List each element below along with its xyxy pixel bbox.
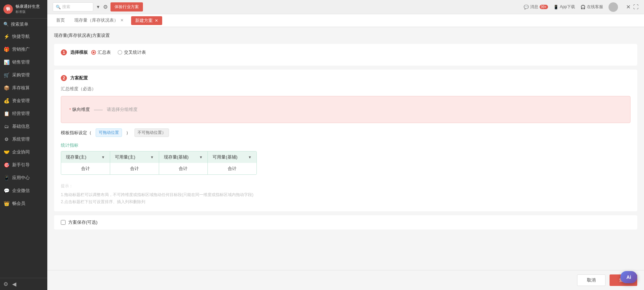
- summary-label: 汇总维度（必选）: [61, 86, 630, 92]
- stats-table: 现存量(主) ▼ 可用量(主) ▼ 现存量(基辅) ▼ 可用量(基辅) ▼: [61, 151, 257, 175]
- stats-col3-header[interactable]: 现存量(基辅) ▼: [159, 151, 208, 163]
- save-checkbox[interactable]: [61, 220, 66, 225]
- search-icon: 🔍: [56, 5, 61, 9]
- app-name: 畅康通好生意: [16, 4, 40, 9]
- sidebar-logo: 畅 畅康通好生意 标准版: [0, 0, 47, 19]
- page-title: 现存量(库存状况表)方案设置: [54, 32, 637, 39]
- section2-title: 方案配置: [70, 75, 88, 81]
- industry-btn[interactable]: 体验行业方案: [110, 2, 143, 11]
- stats-col4-header[interactable]: 可用量(基辅) ▼: [208, 151, 256, 163]
- indicator-settings-row: 模板指标设定（ 可拖动位置 ） 不可拖动位置）: [61, 128, 630, 137]
- cancel-button[interactable]: 取消: [577, 274, 605, 286]
- quick-nav-icon: ⚡: [3, 33, 9, 40]
- app-center-icon: 📱: [3, 175, 9, 181]
- section-choose-template: 1 选择模板 汇总表 交叉统计表: [54, 44, 637, 66]
- tab-inventory-close-icon[interactable]: ✕: [120, 18, 124, 23]
- save-row: 方案保存(可选): [54, 215, 637, 229]
- stats-col2-body: 合计: [110, 163, 159, 174]
- marketing-icon: 🎁: [3, 46, 9, 52]
- new-guide-icon: 🎯: [3, 162, 9, 168]
- dimension-label: 纵向维度: [72, 106, 90, 113]
- sidebar: 畅 畅康通好生意 标准版 🔍 搜索菜单 ⚡ 快捷导航 🎁 营销推广 📊 销售管理…: [0, 0, 47, 290]
- expand-icon[interactable]: ⛶: [633, 4, 639, 10]
- tab-new-close-icon[interactable]: ✕: [155, 18, 158, 23]
- stats-col1-header[interactable]: 现存量(主) ▼: [61, 151, 110, 163]
- indicator-settings-label: 模板指标设定（: [61, 130, 92, 136]
- radio-summary-circle: [91, 50, 96, 55]
- sidebar-item-app-center[interactable]: 📱 应用中心: [0, 171, 47, 184]
- radio-cross-circle: [118, 50, 122, 55]
- search-icon: 🔍: [3, 22, 9, 27]
- footer: 取消 查询: [47, 270, 644, 290]
- cooperation-icon: 🤝: [3, 149, 9, 155]
- window-controls: ✕ ⛶: [626, 4, 639, 10]
- tab-home[interactable]: 首页: [51, 14, 70, 27]
- radio-summary[interactable]: 汇总表: [91, 49, 111, 55]
- speaker-icon[interactable]: ◀: [12, 281, 16, 287]
- sidebar-item-purchase[interactable]: 🛒 采购管理: [0, 69, 47, 81]
- inventory-icon: 📦: [3, 85, 9, 91]
- topbar-gear-icon[interactable]: ⚙: [103, 4, 108, 10]
- sidebar-item-new-guide[interactable]: 🎯 新手引导: [0, 159, 47, 171]
- message-icon: 💬: [524, 5, 529, 9]
- sidebar-bottom: ⚙ ◀: [0, 278, 47, 290]
- sidebar-item-sales[interactable]: 📊 销售管理: [0, 56, 47, 69]
- tips-title: 提示：: [61, 183, 630, 190]
- settings-icon[interactable]: ⚙: [3, 281, 8, 287]
- sales-icon: 📊: [3, 59, 9, 65]
- sidebar-item-marketing[interactable]: 🎁 营销推广: [0, 43, 47, 56]
- section1-number: 1: [61, 49, 67, 55]
- section1-title: 选择模板: [70, 49, 88, 55]
- section2-number: 2: [61, 75, 67, 81]
- sidebar-item-system[interactable]: ⚙ 系统管理: [0, 133, 47, 146]
- stats-col2-header[interactable]: 可用量(主) ▼: [110, 151, 159, 163]
- service-button[interactable]: 🎧 在线客服: [580, 4, 603, 10]
- template-radio-group: 汇总表 交叉统计表: [91, 49, 146, 55]
- radio-cross[interactable]: 交叉统计表: [118, 49, 146, 55]
- logo-icon: 畅: [3, 4, 13, 14]
- app-download-button[interactable]: 📱 App下载: [553, 4, 575, 10]
- message-button[interactable]: 💬 消息 99+: [524, 4, 548, 10]
- dimension-required-mark: *: [69, 107, 71, 112]
- stats-table-header: 现存量(主) ▼ 可用量(主) ▼ 现存量(基辅) ▼ 可用量(基辅) ▼: [61, 151, 256, 163]
- dimension-dash: ——: [94, 107, 103, 112]
- stats-label: 统计指标: [61, 142, 630, 148]
- section-scheme-config: 2 方案配置 汇总维度（必选） * 纵向维度 —— 请选择分组维度 模板指标设定…: [54, 70, 637, 211]
- topbar-search-box[interactable]: 🔍 搜索: [53, 2, 93, 11]
- close-icon[interactable]: ✕: [626, 4, 630, 10]
- sidebar-item-cooperation[interactable]: 🤝 企业协同: [0, 146, 47, 159]
- stats-col3-body: 合计: [159, 163, 208, 174]
- topbar-dropdown-icon[interactable]: ▼: [96, 4, 100, 9]
- sidebar-item-inventory[interactable]: 📦 库存核算: [0, 81, 47, 94]
- tab-inventory-status[interactable]: 现存量（库存状况表） ✕: [70, 14, 128, 27]
- member-icon: 👑: [3, 200, 9, 207]
- sidebar-item-finance[interactable]: 💰 资金管理: [0, 94, 47, 107]
- tips-section: 提示： 1.拖动标题栏可以调整布局，不可跨维度或指标区域拖动任何目标段(只能在同…: [61, 183, 630, 206]
- dimension-box[interactable]: * 纵向维度 —— 请选择分组维度: [61, 96, 630, 123]
- phone-icon: 📱: [553, 5, 559, 9]
- sidebar-item-basic-info[interactable]: 🗂 基础信息: [0, 120, 47, 133]
- save-label[interactable]: 方案保存(可选): [68, 219, 98, 225]
- col2-chevron-icon: ▼: [150, 155, 154, 159]
- indicator-fixed-badge: 不可拖动位置）: [134, 128, 169, 137]
- indicator-draggable-badge: 可拖动位置: [96, 128, 122, 137]
- col3-chevron-icon: ▼: [199, 155, 203, 159]
- user-avatar[interactable]: [609, 2, 618, 12]
- sidebar-item-member[interactable]: 👑 畅会员: [0, 197, 47, 210]
- dimension-hint: 请选择分组维度: [107, 106, 138, 113]
- wechat-icon: 💬: [3, 188, 9, 194]
- sidebar-item-quick-nav[interactable]: ⚡ 快捷导航: [0, 30, 47, 43]
- col1-chevron-icon: ▼: [101, 155, 105, 159]
- ai-fab-button[interactable]: Ai: [620, 271, 637, 283]
- topbar-right: 💬 消息 99+ 📱 App下载 🎧 在线客服 ✕ ⛶: [524, 2, 639, 12]
- sidebar-search[interactable]: 🔍 搜索菜单: [0, 19, 47, 30]
- tip1: 1.拖动标题栏可以调整布局，不可跨维度或指标区域拖动任何目标段(只能在同一维度或…: [61, 191, 630, 199]
- topbar-left: 🔍 搜索 ▼ ⚙ 体验行业方案: [53, 2, 520, 11]
- sidebar-item-wechat[interactable]: 💬 企业微信: [0, 184, 47, 197]
- col4-chevron-icon: ▼: [248, 155, 252, 159]
- stats-table-body: 合计 合计 合计 合计: [61, 163, 256, 174]
- tab-new-scheme[interactable]: 新建方案 ✕: [131, 16, 162, 25]
- app-version: 标准版: [16, 9, 40, 14]
- tip2: 2.点击标题栏下拉可设置排序、插入列和删除列: [61, 198, 630, 206]
- sidebar-item-management[interactable]: 📋 经营管理: [0, 107, 47, 120]
